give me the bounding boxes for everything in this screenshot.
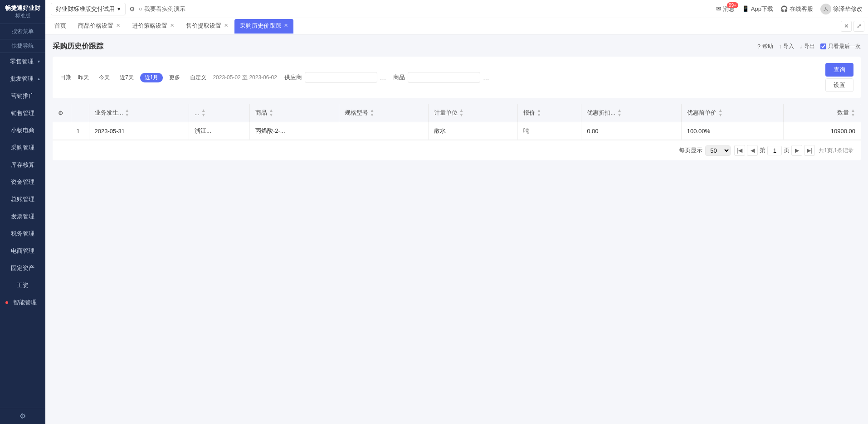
first-page-btn[interactable]: |◀ [734,145,745,156]
date-btn-custom[interactable]: 自定义 [186,73,210,82]
date-label: 日期 [60,73,72,82]
sidebar-item-finance[interactable]: 资金管理 [0,173,45,191]
close-icon[interactable]: ✕ [284,23,288,29]
close-tab-btn[interactable]: ✕ [841,21,852,32]
export-btn[interactable]: ↓ 导出 [800,43,815,50]
product-name: 好业财标准版交付试用 [56,5,115,13]
sidebar-item-ecommerce[interactable]: 电商管理 [0,242,45,260]
supplier-label: 供应商 [284,73,302,82]
gear-icon[interactable]: ⚙ [58,110,63,116]
message-btn[interactable]: ✉ 消息 99+ [716,5,735,13]
last-page-btn[interactable]: ▶| [804,145,815,156]
sidebar-item-ledger[interactable]: 总账管理 [0,191,45,208]
demo-label: 我要看实例演示 [144,5,185,13]
sidebar-item-ecommerce-small[interactable]: 小畅电商 [0,122,45,139]
logo-sub: 标准版 [4,12,42,19]
sort-icon[interactable]: ▲▼ [201,108,206,117]
sidebar-item-search[interactable]: 搜索菜单 [0,24,45,39]
cell-spec [339,122,428,140]
demo-link[interactable]: ○ 我要看实例演示 [139,5,185,13]
purchase-label: 采购管理 [5,144,40,152]
date-filter: 日期 昨天 今天 近7天 近1月 更多 自定义 2023-05-02 至 202… [60,73,277,82]
supplier-input[interactable] [305,72,377,83]
filter-settings-button[interactable]: 设置 [825,78,853,92]
supplier-more-icon[interactable]: ... [380,73,386,82]
sidebar-item-retail[interactable]: 零售管理 ▾ [0,53,45,70]
tab-price-extract[interactable]: 售价提取设置 ✕ [180,19,234,34]
close-icon[interactable]: ✕ [170,23,174,29]
product-filter: 商品 ... [393,72,489,83]
sidebar-item-purchase[interactable]: 采购管理 [0,139,45,156]
sort-icon[interactable]: ▲▼ [269,108,273,117]
close-icon[interactable]: ✕ [116,23,120,29]
sort-icon[interactable]: ▲▼ [851,108,855,117]
sidebar-item-wholesale[interactable]: 批发管理 ▴ [0,70,45,87]
page-input[interactable] [767,146,782,155]
import-btn[interactable]: ↑ 导入 [779,43,794,50]
settings-icon[interactable]: ⚙ [20,412,26,420]
expand-tab-btn[interactable]: ⤢ [853,21,864,32]
next-page-btn[interactable]: ▶ [791,145,802,156]
avatar: 人 [820,4,831,14]
col-product-label: 商品 [255,109,267,117]
sidebar-logo: 畅捷通好业财 标准版 [0,0,45,24]
col-price-label: 报价 [523,109,535,117]
cell-unit: 散水 [428,122,517,140]
sidebar-item-marketing[interactable]: 营销推广 [0,87,45,105]
date-btn-today[interactable]: 今天 [95,73,113,82]
sidebar-item-quicknav[interactable]: 快捷导航 [0,39,45,53]
app-download-btn[interactable]: 📱 App下载 [742,5,773,13]
date-btn-7days[interactable]: 近7天 [116,73,137,82]
date-range: 2023-05-02 至 2023-06-02 [213,74,277,82]
sort-icon[interactable]: ▲▼ [370,108,375,117]
topbar-settings-icon[interactable]: ⚙ [129,5,135,13]
per-page-label: 每页显示 [679,146,702,154]
sidebar-item-inventory[interactable]: 库存核算 [0,156,45,173]
query-button[interactable]: 查询 [825,63,853,77]
date-btn-more[interactable]: 更多 [166,73,184,82]
action-buttons: 查询 设置 [825,63,853,92]
wholesale-label: 批发管理 [5,75,38,83]
mobile-icon: 📱 [742,5,749,12]
sidebar-item-invoice[interactable]: 发票管理 [0,208,45,225]
sidebar-item-fixed-assets[interactable]: 固定资产 [0,260,45,277]
sort-icon[interactable]: ▲▼ [617,108,622,117]
sidebar-item-ai[interactable]: 智能管理 [0,294,45,311]
date-btn-1month[interactable]: 近1月 [140,73,163,82]
ledger-label: 总账管理 [5,195,40,203]
tab-price-strategy[interactable]: 进价策略设置 ✕ [127,19,180,34]
tab-product-price[interactable]: 商品价格设置 ✕ [73,19,126,34]
prev-page-btn[interactable]: ◀ [747,145,758,156]
col-qty-label: 数量 [837,109,849,117]
cell-product: 丙烯酸-2-... [249,122,339,140]
sort-icon[interactable]: ▲▼ [718,108,723,117]
tabs-bar: 首页 商品价格设置 ✕ 进价策略设置 ✕ 售价提取设置 ✕ 采购历史价跟踪 ✕ … [45,18,868,34]
table-container: ⚙ 业务发生... ▲▼ ... ▲▼ [53,104,861,160]
ai-label: 智能管理 [10,299,40,307]
date-btn-yesterday[interactable]: 昨天 [74,73,93,82]
help-btn[interactable]: ? 帮助 [757,43,773,50]
col-unit-label: 计量单位 [434,109,458,117]
close-icon[interactable]: ✕ [224,23,228,29]
sort-icon[interactable]: ▲▼ [125,108,129,117]
product-selector[interactable]: 好业财标准版交付试用 ▾ [51,3,126,15]
cell-before-price: 10900.00 [783,122,861,140]
sidebar-item-payroll[interactable]: 工资 [0,277,45,294]
tab-home[interactable]: 首页 [49,19,72,34]
product-input[interactable] [408,72,480,83]
per-page-select[interactable]: 10 20 50 100 [705,145,731,156]
message-badge: 99+ [727,2,738,8]
sidebar-item-tax[interactable]: 税务管理 [0,225,45,242]
user-info[interactable]: 人 徐泽华修改 [820,4,863,14]
sidebar-item-sales[interactable]: 销售管理 [0,105,45,122]
sort-icon[interactable]: ▲▼ [459,108,464,117]
tax-label: 税务管理 [5,230,40,238]
product-more-icon[interactable]: ... [483,73,489,82]
only-last-checkbox[interactable] [820,43,826,49]
tab-purchase-history[interactable]: 采购历史价跟踪 ✕ [234,19,293,34]
search-menu-label: 搜索菜单 [12,28,34,34]
cell-date: 2023-05-31 [89,122,189,140]
payroll-label: 工资 [5,281,40,289]
online-service-btn[interactable]: 🎧 在线客服 [780,5,813,13]
sort-icon[interactable]: ▲▼ [537,108,541,117]
